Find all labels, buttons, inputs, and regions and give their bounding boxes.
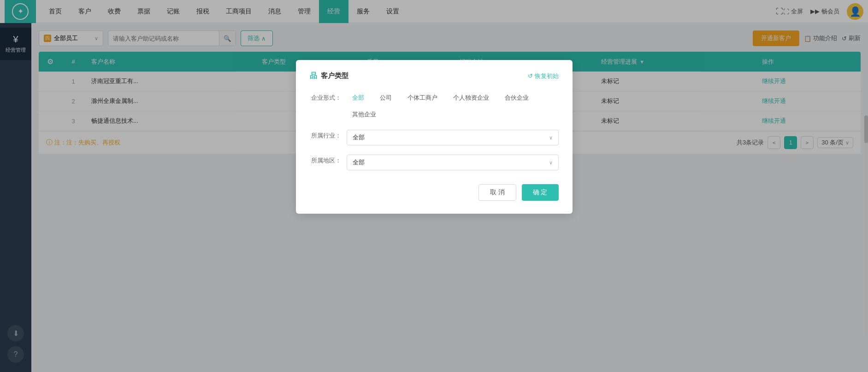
reset-label: 恢复初始 [535,72,559,80]
region-select[interactable]: 全部 ∨ [347,155,559,170]
enterprise-form-other-tag[interactable]: 其他企业 [347,108,382,120]
industry-select-wrapper: 全部 ∨ [347,130,559,145]
confirm-button[interactable]: 确 定 [522,184,559,201]
enterprise-form-row: 企业形式： 全部 公司 个体工商户 个人独资企业 合伙企业 其他企业 [310,92,559,120]
enterprise-form-all-tag[interactable]: 全部 [347,92,370,104]
modal-title-text: 客户类型 [321,72,348,80]
modal-title-icon: 品 [310,71,317,81]
enterprise-form-options: 全部 公司 个体工商户 个人独资企业 合伙企业 其他企业 [347,92,559,120]
modal-overlay[interactable]: 品 客户类型 ↺ 恢复初始 企业形式： 全部 公司 个体工商户 个人独资企业 合… [0,0,868,372]
enterprise-form-label: 企业形式： [310,92,347,102]
cancel-button[interactable]: 取 消 [478,184,516,201]
enterprise-form-individual-tag[interactable]: 个体工商户 [402,92,443,104]
modal-reset-button[interactable]: ↺ 恢复初始 [528,72,559,80]
industry-row: 所属行业： 全部 ∨ [310,130,559,145]
enterprise-form-sole-tag[interactable]: 个人独资企业 [448,92,495,104]
modal-footer: 取 消 确 定 [310,184,559,201]
region-value: 全部 [353,158,365,167]
filter-modal: 品 客户类型 ↺ 恢复初始 企业形式： 全部 公司 个体工商户 个人独资企业 合… [296,60,573,214]
industry-value: 全部 [353,133,365,142]
region-label: 所属地区： [310,155,347,165]
industry-dropdown-icon: ∨ [549,135,553,141]
enterprise-form-company-tag[interactable]: 公司 [374,92,397,104]
region-dropdown-icon: ∨ [549,160,553,166]
industry-label: 所属行业： [310,130,347,140]
modal-header: 品 客户类型 ↺ 恢复初始 [310,71,559,81]
modal-title: 品 客户类型 [310,71,348,81]
region-row: 所属地区： 全部 ∨ [310,155,559,170]
region-select-wrapper: 全部 ∨ [347,155,559,170]
industry-select[interactable]: 全部 ∨ [347,130,559,145]
reset-icon: ↺ [528,72,533,79]
enterprise-form-tag-group: 全部 公司 个体工商户 个人独资企业 合伙企业 其他企业 [347,92,559,120]
enterprise-form-partnership-tag[interactable]: 合伙企业 [499,92,534,104]
